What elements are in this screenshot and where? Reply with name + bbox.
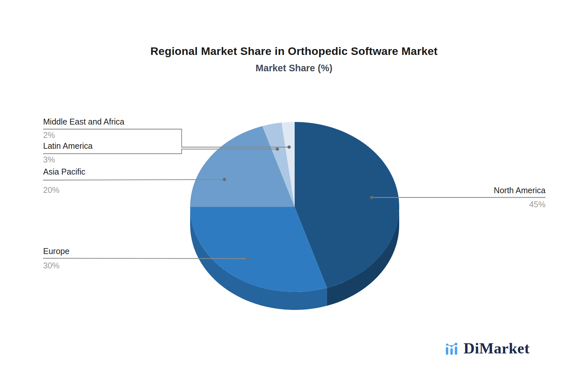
leader-dot-latin-america — [276, 147, 279, 151]
value-europe: 30% — [43, 261, 59, 270]
value-north-america: 45% — [529, 200, 546, 209]
value-middle-east-and-africa: 2% — [43, 131, 55, 140]
label-latin-america: Latin America — [43, 142, 92, 150]
leader-line-europe — [43, 258, 248, 259]
leader-dot-europe — [246, 257, 249, 260]
label-north-america: North America — [494, 186, 546, 195]
bar-line-chart-icon — [446, 342, 459, 356]
dimarket-logo: DiMarket — [446, 341, 530, 356]
label-middle-east-and-africa: Middle East and Africa — [43, 117, 124, 126]
value-latin-america: 3% — [43, 155, 55, 164]
dimarket-wordmark: DiMarket — [464, 341, 530, 356]
label-asia-pacific: Asia Pacific — [43, 167, 85, 176]
label-europe: Europe — [43, 247, 70, 256]
value-asia-pacific: 20% — [43, 186, 59, 195]
leader-dot-middle-east-and-africa — [287, 145, 291, 149]
chart-page: Regional Market Share in Orthopedic Soft… — [0, 0, 588, 391]
leader-dot-north-america — [370, 196, 373, 199]
leader-dot-asia-pacific — [223, 178, 226, 181]
pie-chart-canvas — [0, 0, 588, 391]
